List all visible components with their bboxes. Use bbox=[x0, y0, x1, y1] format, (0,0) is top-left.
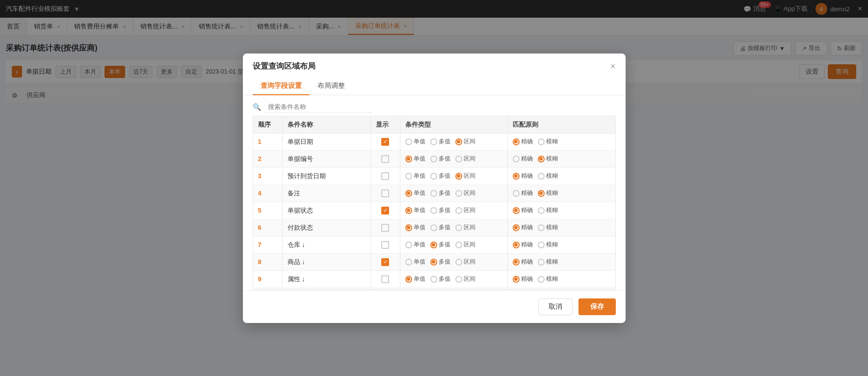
modal-search-area: 🔍 bbox=[243, 95, 626, 116]
radio-circle bbox=[538, 259, 545, 266]
row-display[interactable] bbox=[371, 237, 400, 253]
row-display[interactable] bbox=[371, 271, 400, 288]
row-name: 付款状态 bbox=[283, 219, 371, 236]
table-row: 3预计到货日期单值多值区间精确模糊 bbox=[253, 168, 615, 185]
row-order: 1 bbox=[253, 134, 283, 150]
radio-circle bbox=[405, 259, 412, 266]
row-display[interactable] bbox=[371, 134, 400, 150]
row-display[interactable] bbox=[371, 168, 400, 185]
radio-circle bbox=[513, 173, 520, 180]
radio-circle bbox=[430, 276, 437, 283]
radio-circle bbox=[405, 138, 412, 145]
modal-tab-query-fields[interactable]: 查询字段设置 bbox=[253, 78, 310, 95]
row-display[interactable] bbox=[371, 288, 400, 290]
radio-circle bbox=[430, 156, 437, 162]
row-display[interactable] bbox=[371, 151, 400, 167]
radio-circle bbox=[405, 224, 412, 231]
row-display[interactable] bbox=[371, 254, 400, 270]
radio-circle bbox=[538, 207, 545, 214]
radio-circle bbox=[405, 242, 412, 248]
row-type: 单值多值区间 bbox=[400, 271, 508, 288]
row-match: 精确模糊 bbox=[508, 202, 615, 219]
row-display[interactable] bbox=[371, 219, 400, 236]
modal-footer: 取消 保存 bbox=[243, 290, 626, 323]
display-checkbox[interactable] bbox=[381, 172, 389, 180]
radio-circle bbox=[430, 242, 437, 248]
radio-circle bbox=[430, 173, 437, 180]
row-match: 精确模糊 bbox=[508, 237, 615, 253]
modal-header: 设置查询区域布局 × bbox=[243, 54, 626, 72]
table-row: 9属性 ↓单值多值区间精确模糊 bbox=[253, 271, 615, 288]
radio-circle bbox=[513, 138, 520, 145]
radio-circle bbox=[538, 138, 545, 145]
radio-circle bbox=[513, 224, 520, 231]
modal-tab-layout[interactable]: 布局调整 bbox=[310, 78, 353, 95]
row-name: 单据日期 bbox=[283, 134, 371, 150]
row-name: 预计到货日期 bbox=[283, 168, 371, 185]
table-row: 7仓库 ↓单值多值区间精确模糊 bbox=[253, 237, 615, 254]
radio-circle bbox=[430, 224, 437, 231]
modal-tabs: 查询字段设置 布局调整 bbox=[243, 78, 626, 95]
row-type: 单值多值区间 bbox=[400, 219, 508, 236]
radio-circle bbox=[513, 207, 520, 214]
radio-circle bbox=[455, 190, 462, 197]
display-checkbox[interactable] bbox=[381, 189, 389, 197]
radio-circle bbox=[405, 173, 412, 180]
row-match: 精确模糊 bbox=[508, 219, 615, 236]
modal-overlay: 设置查询区域布局 × 查询字段设置 布局调整 🔍 顺序 条件名称 显示 条件类型… bbox=[0, 0, 868, 376]
modal-dialog: 设置查询区域布局 × 查询字段设置 布局调整 🔍 顺序 条件名称 显示 条件类型… bbox=[243, 54, 626, 323]
display-checkbox[interactable] bbox=[381, 275, 389, 283]
row-name: 备注 bbox=[283, 185, 371, 202]
col-header-display: 显示 bbox=[371, 116, 400, 133]
col-header-name: 条件名称 bbox=[283, 116, 371, 133]
row-name: 商品 ↓ bbox=[283, 254, 371, 270]
radio-circle bbox=[513, 259, 520, 266]
radio-circle bbox=[538, 190, 545, 197]
save-button[interactable]: 保存 bbox=[579, 298, 616, 315]
radio-circle bbox=[455, 276, 462, 283]
display-checkbox[interactable] bbox=[381, 258, 389, 266]
row-type: 单值多值区间 bbox=[400, 134, 508, 150]
row-order: 3 bbox=[253, 168, 283, 185]
modal-close-button[interactable]: × bbox=[610, 62, 616, 71]
cancel-button[interactable]: 取消 bbox=[538, 298, 573, 315]
radio-circle bbox=[430, 259, 437, 266]
display-checkbox[interactable] bbox=[381, 224, 389, 232]
row-type: 单值多值区间 bbox=[400, 254, 508, 270]
table-row: 4备注单值多值区间精确模糊 bbox=[253, 185, 615, 202]
row-display[interactable] bbox=[371, 185, 400, 202]
radio-circle bbox=[538, 173, 545, 180]
row-order: 9 bbox=[253, 271, 283, 288]
row-type: 单值多值区间 bbox=[400, 288, 508, 290]
modal-table-header: 顺序 条件名称 显示 条件类型 匹配原则 bbox=[253, 116, 616, 133]
radio-circle bbox=[455, 138, 462, 145]
radio-circle bbox=[455, 173, 462, 180]
modal-table-body: 1单据日期单值多值区间精确模糊2单据编号单值多值区间精确模糊3预计到货日期单值多… bbox=[253, 133, 616, 290]
row-order: 8 bbox=[253, 254, 283, 270]
radio-circle bbox=[455, 242, 462, 248]
row-order: 10 bbox=[253, 288, 283, 290]
row-match: 精确模糊 bbox=[508, 254, 615, 270]
display-checkbox[interactable] bbox=[381, 241, 389, 249]
radio-circle bbox=[455, 156, 462, 162]
display-checkbox[interactable] bbox=[381, 138, 389, 146]
radio-circle bbox=[430, 138, 437, 145]
row-type: 单值多值区间 bbox=[400, 202, 508, 219]
row-match: 精确模糊 bbox=[508, 151, 615, 167]
row-name: 仓库 ↓ bbox=[283, 237, 371, 253]
radio-circle bbox=[430, 190, 437, 197]
display-checkbox[interactable] bbox=[381, 155, 389, 163]
row-order: 2 bbox=[253, 151, 283, 167]
col-header-match: 匹配原则 bbox=[508, 116, 615, 133]
display-checkbox[interactable] bbox=[381, 207, 389, 215]
radio-circle bbox=[513, 156, 520, 162]
table-row: 1单据日期单值多值区间精确模糊 bbox=[253, 134, 615, 151]
row-order: 7 bbox=[253, 237, 283, 253]
radio-circle bbox=[538, 224, 545, 231]
row-match: 精确模糊 bbox=[508, 271, 615, 288]
radio-circle bbox=[513, 242, 520, 248]
row-name: 属性 ↓ bbox=[283, 271, 371, 288]
search-input[interactable] bbox=[264, 101, 372, 113]
row-display[interactable] bbox=[371, 202, 400, 219]
radio-circle bbox=[405, 276, 412, 283]
